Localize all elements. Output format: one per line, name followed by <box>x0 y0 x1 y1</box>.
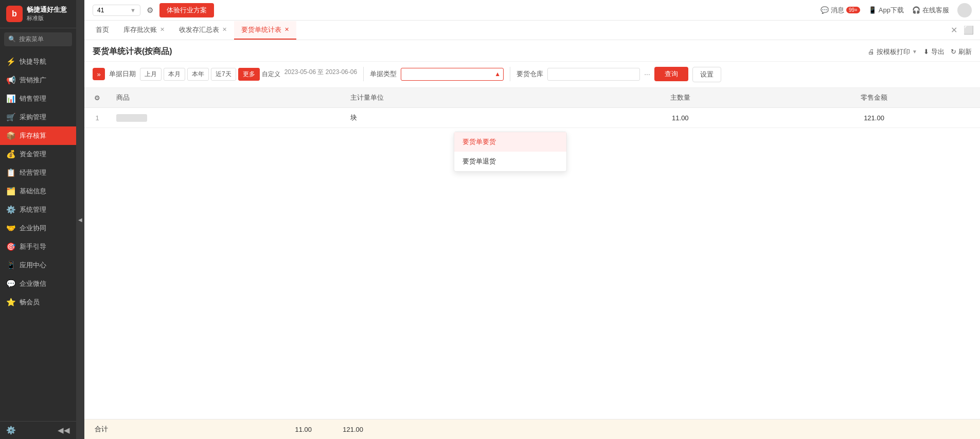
top-bar: ▼ ⚙ 体验行业方案 💬 消息 99+ 📱 App下载 🎧 在线客服 <box>84 0 980 21</box>
tab-bar: 首页 库存批次账 ✕ 收发存汇总表 ✕ 要货单统计表 ✕ ✕ ⬜ <box>84 21 980 40</box>
export-button[interactable]: ⬇ 导出 <box>923 47 945 57</box>
sidebar-item-app-center[interactable]: 📱 应用中心 <box>0 256 76 275</box>
page-title: 要货单统计表(按商品) <box>93 46 172 57</box>
type-filter-group: 单据类型 ▲ <box>370 67 504 81</box>
last-month-btn[interactable]: 上月 <box>140 68 162 81</box>
main-area: ▼ ⚙ 体验行业方案 💬 消息 99+ 📱 App下载 🎧 在线客服 首页 <box>84 0 980 439</box>
dropdown-item-0[interactable]: 要货单要货 <box>454 132 566 152</box>
sidebar-item-operations[interactable]: 📋 经营管理 <box>0 163 76 182</box>
footer-main-qty: 11.00 <box>260 426 312 433</box>
date-shortcuts: 上月 本月 本年 近7天 更多 自定义 <box>140 67 280 81</box>
tab-home[interactable]: 首页 <box>88 21 116 40</box>
sidebar-item-inventory[interactable]: 📦 库存核算 <box>0 126 76 145</box>
basic-icon: 🗂️ <box>6 187 15 196</box>
sidebar: b 畅捷通好生意 标准版 🔍 搜索菜单 ⚡ 快捷导航 📢 营销推广 📊 销售管理… <box>0 0 76 439</box>
table-footer: 合计 11.00 121.00 <box>84 419 980 439</box>
user-avatar[interactable] <box>957 3 972 17</box>
guide-icon: 🎯 <box>6 242 15 251</box>
settings-footer-icon[interactable]: ⚙️ <box>6 426 16 435</box>
close-inventory-batch-tab[interactable]: ✕ <box>160 26 165 33</box>
data-table: ⚙ 商品 主计量单位 主数量 零售金额 1 ██████ 块 11.00 <box>84 88 980 128</box>
close-order-stats-tab[interactable]: ✕ <box>284 26 289 33</box>
warehouse-label: 要货仓库 <box>516 67 543 81</box>
system-icon: ⚙️ <box>6 205 15 214</box>
filter-divider-2 <box>510 67 510 81</box>
print-button[interactable]: 🖨 按模板打印 ▼ <box>868 47 917 57</box>
tab-order-stats[interactable]: 要货单统计表 ✕ <box>234 21 296 40</box>
sidebar-item-finance[interactable]: 💰 资金管理 <box>0 145 76 163</box>
sidebar-nav: ⚡ 快捷导航 📢 营销推广 📊 销售管理 🛒 采购管理 📦 库存核算 💰 资金管… <box>0 50 76 421</box>
marketing-icon: 📢 <box>6 76 15 85</box>
table-container: ⚙ 商品 主计量单位 主数量 零售金额 1 ██████ 块 11.00 <box>84 88 980 128</box>
online-service-btn[interactable]: 🎧 在线客服 <box>912 6 949 15</box>
app-download-btn[interactable]: 📱 App下载 <box>868 6 904 15</box>
sales-icon: 📊 <box>6 94 15 103</box>
purchase-icon: 🛒 <box>6 113 15 122</box>
more-dates-btn[interactable]: 更多 <box>238 68 260 81</box>
sidebar-item-system[interactable]: ⚙️ 系统管理 <box>0 200 76 219</box>
restore-tab-icon[interactable]: ⬜ <box>961 23 976 37</box>
top-settings-icon[interactable]: ⚙ <box>147 6 153 15</box>
col-retail-amt: 零售金额 <box>768 88 980 108</box>
trial-button[interactable]: 体验行业方案 <box>159 3 214 17</box>
app-center-icon: 📱 <box>6 261 15 270</box>
page-actions: 🖨 按模板打印 ▼ ⬇ 导出 ↻ 刷新 <box>868 47 972 57</box>
table-row: 1 ██████ 块 11.00 121.00 <box>84 108 980 128</box>
date-label: 单据日期 <box>109 67 136 81</box>
collapse-sidebar-icon[interactable]: ◀◀ <box>58 426 70 435</box>
cell-product: ██████ <box>110 108 344 128</box>
tab-stock-summary[interactable]: 收发存汇总表 ✕ <box>172 21 234 40</box>
this-year-btn[interactable]: 本年 <box>187 68 209 81</box>
sidebar-item-purchase[interactable]: 🛒 采购管理 <box>0 108 76 126</box>
top-bar-number-input[interactable] <box>97 7 128 14</box>
sidebar-item-sales[interactable]: 📊 销售管理 <box>0 89 76 108</box>
sidebar-item-guide[interactable]: 🎯 新手引导 <box>0 237 76 256</box>
col-settings[interactable]: ⚙ <box>84 88 110 108</box>
warehouse-more-icon[interactable]: ··· <box>644 70 650 78</box>
sidebar-item-enterprise[interactable]: 🤝 企业协同 <box>0 219 76 237</box>
page-content: 要货单统计表(按商品) 🖨 按模板打印 ▼ ⬇ 导出 ↻ 刷新 » <box>84 40 980 439</box>
table-footer-wrapper: 合计 11.00 121.00 <box>84 419 980 439</box>
sidebar-toggle[interactable]: ◀ <box>76 0 84 439</box>
col-product: 商品 <box>110 88 344 108</box>
message-icon: 💬 <box>821 6 829 14</box>
type-select-input[interactable] <box>401 68 504 81</box>
type-select: ▲ <box>401 68 504 81</box>
last-7-days-btn[interactable]: 近7天 <box>211 68 236 81</box>
dropdown-item-1[interactable]: 要货单退货 <box>454 152 566 171</box>
sidebar-search[interactable]: 🔍 搜索菜单 <box>4 32 72 46</box>
filter-expand-button[interactable]: » <box>93 68 105 80</box>
app-brand: 畅捷通好生意 标准版 <box>27 5 67 23</box>
page-header: 要货单统计表(按商品) 🖨 按模板打印 ▼ ⬇ 导出 ↻ 刷新 <box>84 40 980 62</box>
table-header-row: ⚙ 商品 主计量单位 主数量 零售金额 <box>84 88 980 108</box>
refresh-button[interactable]: ↻ 刷新 <box>951 47 972 57</box>
settings-button[interactable]: 设置 <box>692 67 721 82</box>
operations-icon: 📋 <box>6 168 15 177</box>
sidebar-item-wechat[interactable]: 💬 企业微信 <box>0 275 76 293</box>
product-blurred: ██████ <box>116 114 147 122</box>
member-icon: ⭐ <box>6 298 15 307</box>
sidebar-item-basic[interactable]: 🗂️ 基础信息 <box>0 182 76 200</box>
footer-retail-amt: 121.00 <box>312 426 363 433</box>
filter-bar: » 单据日期 上月 本月 本年 近7天 更多 自定义 2023-05-06 至 … <box>84 62 980 88</box>
this-month-btn[interactable]: 本月 <box>164 68 185 81</box>
cell-unit: 块 <box>344 108 592 128</box>
tab-inventory-batch[interactable]: 库存批次账 ✕ <box>116 21 172 40</box>
close-stock-summary-tab[interactable]: ✕ <box>222 26 227 33</box>
download-icon: 📱 <box>868 6 877 14</box>
query-button[interactable]: 查询 <box>654 67 688 81</box>
date-filter-group: 单据日期 上月 本月 本年 近7天 更多 自定义 2023-05-06 至 20… <box>109 67 357 81</box>
messages-btn[interactable]: 💬 消息 99+ <box>821 6 860 15</box>
sidebar-item-marketing[interactable]: 📢 营销推广 <box>0 71 76 89</box>
type-label: 单据类型 <box>370 67 397 81</box>
sidebar-footer: ⚙️ ◀◀ <box>0 421 76 439</box>
filter-divider-1 <box>363 67 364 81</box>
sidebar-item-quick-nav[interactable]: ⚡ 快捷导航 <box>0 52 76 71</box>
warehouse-input[interactable] <box>547 68 640 81</box>
cell-main-qty: 11.00 <box>593 108 768 128</box>
custom-date-link[interactable]: 自定义 <box>262 67 280 81</box>
sidebar-item-member[interactable]: ⭐ 畅会员 <box>0 293 76 312</box>
cell-row-num: 1 <box>84 108 110 128</box>
sidebar-logo: b 畅捷通好生意 标准版 <box>0 0 76 28</box>
close-tab-icon[interactable]: ✕ <box>949 23 959 37</box>
